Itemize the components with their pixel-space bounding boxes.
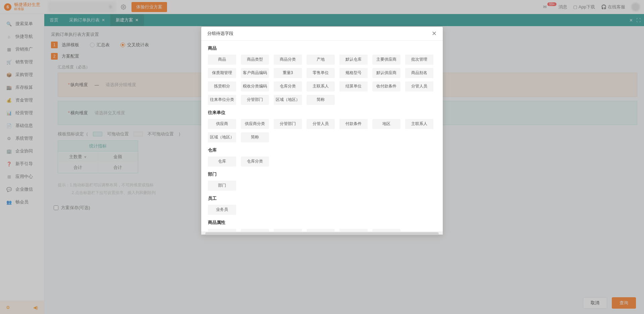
field-item[interactable]: 结算单位 [339,81,368,91]
field-list: 部门 [208,181,436,191]
field-group-title: 商品 [208,45,436,51]
field-group-title: 商品属性 [208,219,436,226]
field-item[interactable]: 商品类型 [241,55,269,65]
modal-hscroll[interactable] [201,232,443,235]
field-item[interactable]: 属性 [208,229,236,232]
field-item[interactable]: 往来单位分类 [208,95,236,105]
field-item[interactable]: 收付款条件 [372,81,400,91]
modal-close-icon[interactable]: ✕ [432,30,437,37]
field-item[interactable]: 简称 [241,132,269,142]
field-item[interactable]: 主要供应商 [372,55,400,65]
field-item[interactable]: 区域（地区） [274,95,302,105]
field-item[interactable]: 仓库分类 [274,81,302,91]
field-item[interactable]: 默认供应商 [372,68,400,78]
field-item[interactable]: 简称 [307,95,335,105]
field-item[interactable]: 拣货积分 [208,81,236,91]
field-select-modal: 分组待选字段 ✕ 商品商品商品类型商品分类产地默认仓库主要供应商批次管理保质期管… [201,27,443,235]
modal-header: 分组待选字段 ✕ [201,27,443,41]
field-item[interactable]: 主联系人 [307,81,335,91]
field-item[interactable]: 分管人员 [405,81,433,91]
field-list: 仓库仓库分类 [208,156,436,167]
field-group: 商品属性属性颜色多规格尺码鞋码1 [208,219,436,232]
field-item[interactable]: 重量3 [274,68,302,78]
field-item[interactable]: 颜色 [241,229,269,232]
field-item[interactable]: 商品分类 [274,55,302,65]
field-group: 部门部门 [208,171,436,191]
field-item[interactable]: 默认仓库 [339,55,368,65]
field-item[interactable]: 尺码 [307,229,335,232]
field-item[interactable]: 分管部门 [274,119,302,129]
field-list: 业务员 [208,205,436,215]
field-item[interactable]: 客户商品编码 [241,68,269,78]
field-list: 供应商供应商分类分管部门分管人员付款条件地区主联系人区域（地区）简称 [208,119,436,142]
field-item[interactable]: 保质期管理 [208,68,236,78]
field-item[interactable]: 业务员 [208,205,236,215]
field-item[interactable]: 1 [372,229,400,232]
field-group-title: 往来单位 [208,110,436,116]
field-item[interactable]: 分管部门 [241,95,269,105]
field-item[interactable]: 鞋码 [339,229,368,232]
field-item[interactable]: 商品 [208,55,236,65]
field-item[interactable]: 主联系人 [405,119,433,129]
field-item[interactable]: 仓库 [208,156,236,167]
modal-title: 分组待选字段 [207,30,233,37]
field-item[interactable]: 分管人员 [307,119,335,129]
field-item[interactable]: 部门 [208,181,236,191]
field-item[interactable]: 产地 [307,55,335,65]
field-item[interactable]: 地区 [372,119,400,129]
field-group: 仓库仓库仓库分类 [208,147,436,167]
field-item[interactable]: 付款条件 [339,119,368,129]
field-item[interactable]: 零售单位 [307,68,335,78]
field-list: 商品商品类型商品分类产地默认仓库主要供应商批次管理保质期管理客户商品编码重量3零… [208,55,436,105]
field-item[interactable]: 商品别名 [405,68,433,78]
modal-body: 商品商品商品类型商品分类产地默认仓库主要供应商批次管理保质期管理客户商品编码重量… [201,41,443,232]
field-group: 员工业务员 [208,195,436,215]
field-group-title: 仓库 [208,147,436,153]
field-group-title: 部门 [208,171,436,177]
field-item[interactable]: 区域（地区） [208,132,236,142]
field-item[interactable]: 税收分类编码 [241,81,269,91]
field-item[interactable]: 供应商分类 [241,119,269,129]
field-list: 属性颜色多规格尺码鞋码1 [208,229,436,232]
field-group: 商品商品商品类型商品分类产地默认仓库主要供应商批次管理保质期管理客户商品编码重量… [208,45,436,105]
field-item[interactable]: 多规格 [274,229,302,232]
field-item[interactable]: 批次管理 [405,55,433,65]
field-item[interactable]: 规格型号 [339,68,368,78]
field-group: 往来单位供应商供应商分类分管部门分管人员付款条件地区主联系人区域（地区）简称 [208,110,436,142]
field-item[interactable]: 仓库分类 [241,156,269,167]
field-group-title: 员工 [208,195,436,201]
field-item[interactable]: 供应商 [208,119,236,129]
modal-mask: 分组待选字段 ✕ 商品商品商品类型商品分类产地默认仓库主要供应商批次管理保质期管… [0,0,644,314]
